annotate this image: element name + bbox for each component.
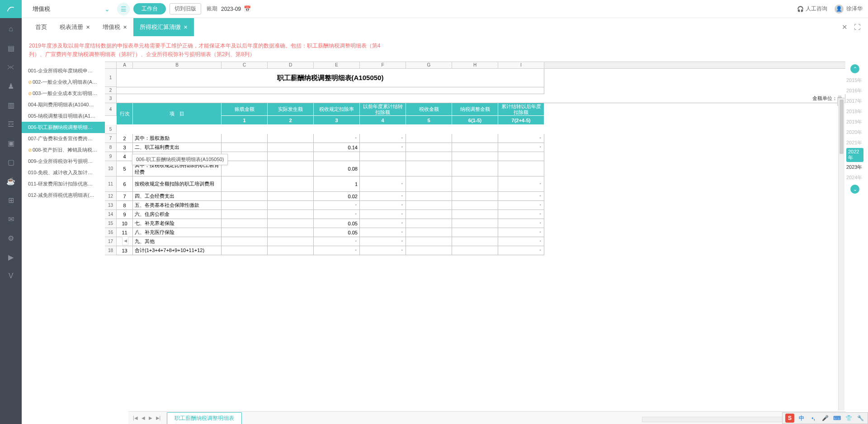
col-header-h[interactable]: H bbox=[452, 62, 498, 68]
cell-value[interactable]: * bbox=[498, 228, 544, 237]
cell-value[interactable] bbox=[268, 176, 314, 192]
cell-seq[interactable]: 3 bbox=[117, 143, 133, 152]
cell-value[interactable] bbox=[222, 219, 268, 228]
cell-value[interactable]: * bbox=[498, 192, 544, 201]
cell-value[interactable] bbox=[452, 176, 498, 192]
cell-value[interactable]: * bbox=[498, 210, 544, 219]
nav-chart-icon[interactable]: ⩙ bbox=[0, 59, 22, 75]
cell-value[interactable] bbox=[222, 237, 268, 246]
row-header[interactable]: 13 bbox=[105, 201, 117, 210]
cell-value[interactable] bbox=[222, 134, 268, 143]
collapse-panel-button[interactable]: ◀ bbox=[122, 236, 128, 245]
close-icon[interactable]: ✕ bbox=[86, 24, 90, 30]
cell-value[interactable]: * bbox=[498, 237, 544, 246]
cell-value[interactable]: 0.02 bbox=[314, 192, 360, 201]
info-button[interactable]: ☰ bbox=[117, 3, 130, 15]
cell-value[interactable] bbox=[222, 161, 268, 176]
cell-value[interactable] bbox=[406, 201, 452, 210]
nav-home-icon[interactable]: ⌂ bbox=[0, 21, 22, 37]
cell-value[interactable]: * bbox=[360, 210, 406, 219]
cell-value[interactable] bbox=[268, 201, 314, 210]
cell-value[interactable] bbox=[452, 201, 498, 210]
cell-value[interactable] bbox=[452, 161, 498, 176]
cell-value[interactable] bbox=[222, 192, 268, 201]
app-logo[interactable] bbox=[0, 0, 22, 18]
close-all-icon[interactable]: ✕ bbox=[842, 23, 848, 31]
col-header-g[interactable]: G bbox=[406, 62, 452, 68]
cell-value[interactable] bbox=[406, 210, 452, 219]
tab-vat[interactable]: 增值税✕ bbox=[96, 18, 133, 36]
tab-income-tax[interactable]: 所得税汇算清缴✕ bbox=[133, 18, 194, 36]
nav-v-icon[interactable]: V bbox=[0, 268, 22, 284]
consult-button[interactable]: 🎧人工咨询 bbox=[797, 5, 827, 13]
nav-form-icon[interactable]: ▣ bbox=[0, 135, 22, 151]
row-header[interactable]: 8 bbox=[105, 143, 117, 152]
cell-value[interactable] bbox=[406, 228, 452, 237]
tab-home[interactable]: 首页 bbox=[29, 18, 53, 36]
cell-value[interactable] bbox=[452, 246, 498, 255]
cell-value[interactable] bbox=[268, 219, 314, 228]
sheet-tab-active[interactable]: 职工薪酬纳税调整明细表 bbox=[167, 412, 242, 424]
form-list-item[interactable]: 009-企业所得税弥补亏损明… bbox=[22, 156, 105, 167]
nav-doc-icon[interactable]: ▤ bbox=[0, 40, 22, 56]
cell-label[interactable]: 七、补充养老保险 bbox=[133, 219, 222, 228]
cell-value[interactable]: * bbox=[360, 246, 406, 255]
cell-value[interactable] bbox=[360, 161, 406, 176]
cell-value[interactable] bbox=[222, 152, 268, 161]
corner-cell[interactable] bbox=[105, 62, 117, 68]
cell-value[interactable] bbox=[406, 143, 452, 152]
year-item[interactable]: 2024年 bbox=[846, 172, 863, 183]
nav-gear-icon[interactable]: ⚙ bbox=[0, 230, 22, 246]
cell-value[interactable]: * bbox=[360, 134, 406, 143]
cell-value[interactable] bbox=[452, 237, 498, 246]
cell-value[interactable] bbox=[268, 192, 314, 201]
cell-value[interactable]: * bbox=[498, 176, 544, 192]
cell-value[interactable] bbox=[452, 143, 498, 152]
col-header-f[interactable]: F bbox=[360, 62, 406, 68]
year-item[interactable]: 2023年 bbox=[846, 162, 863, 172]
cell-value[interactable]: * bbox=[360, 237, 406, 246]
cell-seq[interactable]: 9 bbox=[117, 210, 133, 219]
cell-value[interactable]: * bbox=[360, 143, 406, 152]
cell-label[interactable]: 五、各类基本社会保障性缴款 bbox=[133, 201, 222, 210]
cell-value[interactable] bbox=[268, 237, 314, 246]
form-list-item[interactable]: 006-职工薪酬纳税调整明细… bbox=[22, 122, 105, 133]
cell-value[interactable] bbox=[222, 210, 268, 219]
cell-value[interactable]: * bbox=[498, 219, 544, 228]
cell-value[interactable]: 0.14 bbox=[314, 143, 360, 152]
row-header[interactable]: 18 bbox=[105, 246, 117, 255]
cell-value[interactable] bbox=[498, 161, 544, 176]
cell-value[interactable]: * bbox=[314, 237, 360, 246]
cell-value[interactable] bbox=[314, 152, 360, 161]
cell-seq[interactable]: 11 bbox=[117, 228, 133, 237]
cell-seq[interactable]: 4 bbox=[117, 152, 133, 161]
form-list-item[interactable]: ⊘008-资产折旧、摊销及纳税… bbox=[22, 144, 105, 156]
row-header-2[interactable]: 2 bbox=[105, 87, 117, 94]
form-list-item[interactable]: 001-企业所得税年度纳税申… bbox=[22, 65, 105, 76]
cell-value[interactable] bbox=[222, 228, 268, 237]
ime-mic-icon[interactable]: 🎤 bbox=[821, 414, 830, 423]
cell-value[interactable] bbox=[406, 246, 452, 255]
cell-value[interactable]: * bbox=[498, 143, 544, 152]
col-header-b[interactable]: B bbox=[133, 62, 222, 68]
cell-value[interactable] bbox=[452, 210, 498, 219]
cell-seq[interactable]: 2 bbox=[117, 134, 133, 143]
workbench-button[interactable]: 工作台 bbox=[133, 3, 166, 14]
row-header-4[interactable]: 4 bbox=[105, 103, 117, 116]
year-item[interactable]: 2019年 bbox=[846, 117, 863, 127]
cell-label[interactable]: 六、住房公积金 bbox=[133, 210, 222, 219]
cell-value[interactable]: 0.05 bbox=[314, 219, 360, 228]
cell-value[interactable]: * bbox=[360, 228, 406, 237]
close-icon[interactable]: ✕ bbox=[184, 24, 188, 30]
nav-bag-icon[interactable]: ♟ bbox=[0, 78, 22, 94]
year-item[interactable]: 2022年 bbox=[846, 148, 863, 162]
row-header[interactable]: 7 bbox=[105, 134, 117, 143]
tab-tax-list[interactable]: 税表清册✕ bbox=[53, 18, 96, 36]
form-list-item[interactable]: 010-免税、减计收入及加计… bbox=[22, 167, 105, 178]
cell-value[interactable] bbox=[406, 161, 452, 176]
sheet-nav-prev[interactable]: ◀ bbox=[142, 415, 145, 420]
row-header-5[interactable]: 5 bbox=[105, 125, 117, 134]
cell-value[interactable] bbox=[406, 152, 452, 161]
cell-value[interactable] bbox=[452, 152, 498, 161]
cell-value[interactable]: * bbox=[360, 176, 406, 192]
